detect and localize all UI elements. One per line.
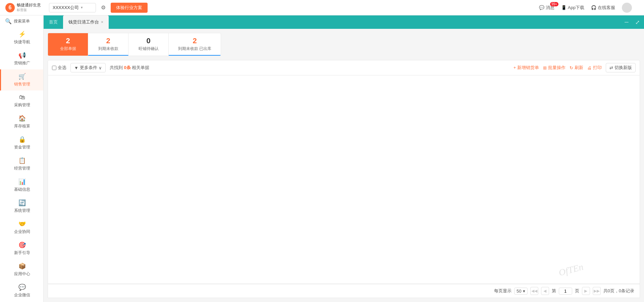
- tab-controls: ─ ⤢: [623, 18, 644, 26]
- switch-version-button[interactable]: ⇄ 切换新版: [606, 63, 636, 72]
- stat-tab-pending[interactable]: 0 旺铺待确认: [128, 33, 169, 56]
- chevron-down-icon: ▾: [81, 5, 83, 10]
- message-icon: 💬: [539, 5, 544, 10]
- sidebar-item-enterprise[interactable]: 🤝 企业协同: [0, 217, 43, 238]
- sidebar-item-label: 企业微信: [14, 292, 30, 298]
- stat-label-overdue: 到期未收款: [98, 46, 119, 52]
- refresh-icon: ↻: [570, 65, 573, 70]
- inventory-icon: 🏠: [18, 115, 26, 122]
- sidebar-item-quick-nav[interactable]: ⚡ 快捷导航: [0, 27, 43, 48]
- result-count: 0条: [124, 65, 131, 70]
- sidebar-item-label: 新手引导: [14, 250, 30, 256]
- wechat-icon: 💬: [18, 284, 26, 291]
- app-download-label: App下载: [568, 5, 584, 11]
- sidebar-item-label: 基础信息: [14, 187, 30, 192]
- stat-label-shipped: 到期未收款 已出库: [178, 46, 211, 52]
- app-center-icon: 📦: [18, 262, 26, 270]
- batch-label: 批量操作: [548, 65, 566, 71]
- page-number-input[interactable]: [559, 288, 572, 295]
- purchase-icon: 🛍: [19, 94, 25, 101]
- main-layout: 🔍 搜索菜单 ⚡ 快捷导航 📢 营销推广 🛒 销售管理 🛍 采购管理 🏠 库存核…: [0, 15, 644, 302]
- app-download-button[interactable]: 📱 App下载: [561, 5, 584, 11]
- filter-button[interactable]: ▼ 更多条件 ∨: [70, 63, 106, 72]
- next-page-button[interactable]: ▶: [582, 287, 590, 295]
- tab-minimize-button[interactable]: ─: [623, 18, 631, 26]
- marketing-icon: 📢: [18, 52, 26, 59]
- finance-icon: 🔒: [18, 136, 26, 143]
- basic-info-icon: 📊: [18, 178, 26, 185]
- trial-button[interactable]: 体验行业方案: [111, 3, 148, 13]
- total-label: 共0页，0条记录: [603, 288, 634, 294]
- stat-tab-shipped[interactable]: 2 到期未收款 已出库: [169, 33, 221, 56]
- sidebar-item-app-center[interactable]: 📦 应用中心: [0, 259, 43, 280]
- sidebar-item-system[interactable]: 🔄 系统管理: [0, 196, 43, 217]
- refresh-label: 刷新: [575, 65, 583, 71]
- sidebar-item-marketing[interactable]: 📢 营销推广: [0, 48, 43, 69]
- table-area: [48, 75, 640, 284]
- chevron-icon: ∨: [99, 65, 102, 70]
- company-name: XXXXXX公司: [53, 5, 79, 11]
- print-label: 打印: [593, 65, 602, 71]
- tab-maximize-button[interactable]: ⤢: [633, 18, 641, 26]
- stat-label-pending: 旺铺待确认: [138, 46, 159, 52]
- last-page-button[interactable]: ▶▶: [593, 287, 601, 295]
- select-all-checkbox[interactable]: 全选: [52, 65, 66, 71]
- result-suffix: 相关单据: [132, 65, 149, 70]
- stat-count-all: 2: [57, 37, 78, 45]
- sidebar-search[interactable]: 🔍 搜索菜单: [0, 15, 43, 27]
- print-button[interactable]: 🖨 打印: [587, 65, 602, 71]
- company-selector[interactable]: XXXXXX公司 ▾: [49, 3, 96, 12]
- logo-subtitle: 标普版: [17, 8, 41, 12]
- sidebar-item-sales[interactable]: 🛒 销售管理: [0, 69, 43, 90]
- sidebar-item-label: 快捷导航: [14, 39, 30, 45]
- main-content: 首页 钱货日清工作台 × ─ ⤢ 2 全部单据 2 到期未收款: [44, 15, 644, 302]
- toolbar: 全选 ▼ 更多条件 ∨ 共找到 0条 相关单据 + 新增销货单 ⊞ 批量操作: [48, 60, 640, 75]
- select-all-input[interactable]: [52, 66, 56, 70]
- switch-label: 切换新版: [614, 65, 632, 71]
- page-size-chevron: ▾: [523, 289, 525, 294]
- page-size-select[interactable]: 50 ▾: [514, 288, 527, 295]
- online-service-button[interactable]: 🎧 在线客服: [591, 5, 615, 11]
- stat-tab-overdue[interactable]: 2 到期未收款: [88, 33, 128, 56]
- sidebar-item-label: 经营管理: [14, 166, 30, 171]
- sidebar-item-operations[interactable]: 📋 经营管理: [0, 154, 43, 175]
- stat-tab-all[interactable]: 2 全部单据: [48, 33, 88, 56]
- print-icon: 🖨: [587, 65, 592, 70]
- page-suffix: 页: [575, 288, 579, 294]
- tab-close-icon[interactable]: ×: [101, 20, 103, 24]
- stat-count-overdue: 2: [98, 37, 119, 45]
- message-button[interactable]: 💬 消息 99+: [539, 5, 554, 11]
- page-size-value: 50: [517, 289, 521, 294]
- header-right: 💬 消息 99+ 📱 App下载 🎧 在线客服: [539, 3, 639, 13]
- download-icon: 📱: [561, 5, 567, 10]
- enterprise-icon: 🤝: [18, 220, 26, 228]
- system-icon: 🔄: [18, 199, 26, 206]
- sidebar-item-purchase[interactable]: 🛍 采购管理: [0, 90, 43, 111]
- switch-icon: ⇄: [609, 65, 613, 70]
- gear-icon: ⚙: [101, 4, 106, 11]
- batch-operation-button[interactable]: ⊞ 批量操作: [543, 65, 566, 71]
- sidebar-item-basic-info[interactable]: 📊 基础信息: [0, 175, 43, 196]
- sidebar-item-label: 采购管理: [14, 102, 30, 108]
- batch-icon: ⊞: [543, 65, 547, 70]
- sidebar-item-wechat[interactable]: 💬 企业微信: [0, 280, 43, 301]
- first-page-button[interactable]: ◀◀: [530, 287, 538, 295]
- settings-button[interactable]: ⚙: [99, 3, 108, 12]
- tab-home[interactable]: 首页: [44, 15, 63, 29]
- message-badge: 99+: [550, 2, 558, 6]
- add-sale-order-button[interactable]: + 新增销货单: [514, 65, 539, 71]
- sidebar-item-inventory[interactable]: 🏠 库存核算: [0, 111, 43, 132]
- search-icon: 🔍: [5, 18, 12, 24]
- page-content: 2 全部单据 2 到期未收款 0 旺铺待确认 2 到期未收款 已出库: [44, 29, 644, 302]
- sidebar-item-label: 应用中心: [14, 271, 30, 277]
- tab-bar: 首页 钱货日清工作台 × ─ ⤢: [44, 15, 644, 29]
- sidebar-item-finance[interactable]: 🔒 资金管理: [0, 132, 43, 154]
- select-all-label: 全选: [58, 65, 66, 71]
- guide-icon: 🎯: [18, 241, 26, 249]
- refresh-button[interactable]: ↻ 刷新: [570, 65, 583, 71]
- search-menu-label: 搜索菜单: [14, 18, 30, 24]
- user-avatar[interactable]: [622, 3, 632, 13]
- sidebar-item-guide[interactable]: 🎯 新手引导: [0, 238, 43, 259]
- tab-work-station[interactable]: 钱货日清工作台 ×: [63, 15, 109, 29]
- prev-page-button[interactable]: ◀: [541, 287, 549, 295]
